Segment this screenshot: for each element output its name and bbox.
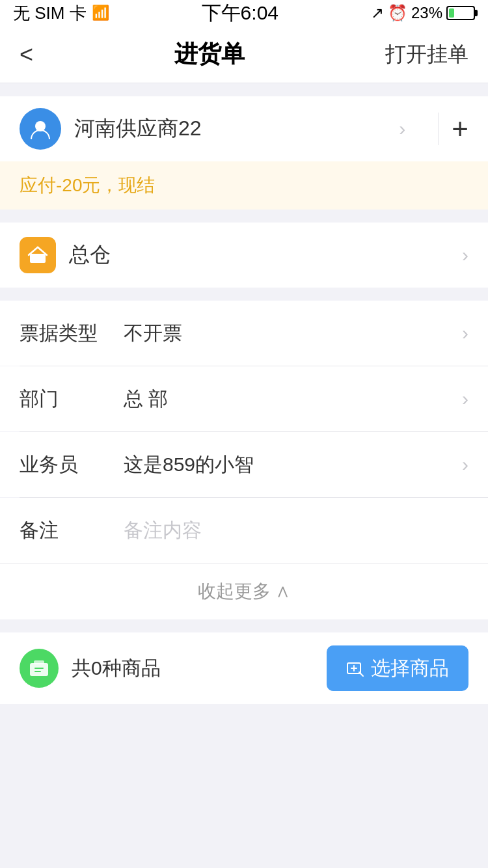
svg-rect-1: [30, 254, 46, 263]
gap-2: [0, 210, 488, 223]
ticket-type-chevron-icon: ›: [462, 322, 468, 344]
remark-label: 备注: [20, 517, 124, 544]
select-product-button[interactable]: 选择商品: [327, 645, 468, 691]
status-bar: 无 SIM 卡 📶 下午6:04 ↗ ⏰ 23%: [0, 0, 488, 26]
supplier-section: 河南供应商22 › + 应付-20元，现结: [0, 96, 488, 210]
product-count: 共0种商品: [72, 655, 314, 682]
department-chevron-icon: ›: [462, 388, 468, 410]
ticket-type-label: 票据类型: [20, 320, 124, 347]
status-time: 下午6:04: [202, 0, 278, 27]
select-product-label: 选择商品: [371, 655, 449, 682]
status-indicators: ↗ ⏰ 23%: [371, 4, 475, 22]
battery-percent: 23%: [411, 4, 442, 22]
wifi-icon: 📶: [92, 5, 109, 21]
gap-1: [0, 83, 488, 96]
form-section: 票据类型 不开票 › 部门 总 部 › 业务员 这是859的小智 › 备注 备注…: [0, 301, 488, 619]
salesperson-value: 这是859的小智: [124, 452, 462, 478]
gap-3: [0, 288, 488, 301]
department-row[interactable]: 部门 总 部 ›: [0, 366, 488, 431]
carrier-text: 无 SIM 卡: [13, 2, 87, 25]
supplier-divider: [438, 113, 439, 145]
warehouse-name: 总仓: [69, 241, 462, 269]
salesperson-row[interactable]: 业务员 这是859的小智 ›: [0, 432, 488, 497]
alert-row: 应付-20元，现结: [0, 161, 488, 210]
alarm-icon: ⏰: [388, 4, 407, 22]
salesperson-chevron-icon: ›: [462, 454, 468, 476]
supplier-chevron-icon: ›: [399, 118, 405, 140]
battery-icon: [446, 6, 475, 20]
svg-rect-3: [34, 660, 44, 664]
warehouse-row[interactable]: 总仓 ›: [0, 223, 488, 288]
salesperson-label: 业务员: [20, 452, 124, 478]
supplier-avatar-icon: [29, 117, 52, 141]
page-content: 河南供应商22 › + 应付-20元，现结 总仓 › 票据类型 不开票 › 部: [0, 83, 488, 868]
warehouse-chevron-icon: ›: [462, 244, 468, 266]
collapse-button[interactable]: 收起更多 ∧: [0, 563, 488, 619]
department-label: 部门: [20, 386, 124, 413]
supplier-avatar: [20, 108, 61, 150]
page-title: 进货单: [174, 38, 245, 70]
location-icon: ↗: [371, 4, 384, 22]
product-icon: [20, 649, 59, 688]
back-button[interactable]: <: [20, 41, 33, 68]
supplier-name: 河南供应商22: [74, 115, 399, 143]
remark-row[interactable]: 备注 备注内容: [0, 498, 488, 563]
svg-rect-2: [30, 663, 48, 676]
remark-value: 备注内容: [124, 517, 468, 544]
status-carrier: 无 SIM 卡 📶: [13, 2, 109, 25]
warehouse-icon: [20, 237, 56, 273]
supplier-row[interactable]: 河南供应商22 › +: [0, 96, 488, 161]
open-pending-button[interactable]: 打开挂单: [385, 40, 468, 69]
department-value: 总 部: [124, 386, 462, 413]
add-supplier-button[interactable]: +: [452, 113, 468, 145]
ticket-type-value: 不开票: [124, 320, 462, 347]
gap-4: [0, 619, 488, 632]
ticket-type-row[interactable]: 票据类型 不开票 ›: [0, 301, 488, 366]
select-product-icon: [346, 659, 364, 677]
bottom-bar: 共0种商品 选择商品: [0, 632, 488, 704]
nav-bar: < 进货单 打开挂单: [0, 26, 488, 83]
